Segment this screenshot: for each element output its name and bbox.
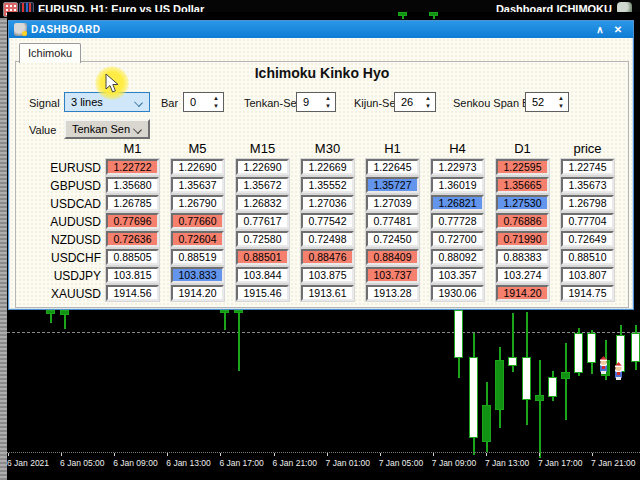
spin-down-icon[interactable]: ▼	[212, 102, 220, 110]
signal-cell: 0.76886	[496, 213, 549, 229]
santa-marker-icon	[613, 362, 624, 381]
signal-label: Signal	[29, 97, 60, 109]
signal-cell: 0.88519	[171, 249, 224, 265]
signal-cell: 0.72649	[561, 231, 614, 247]
signal-cell: 1.35727	[366, 177, 419, 193]
signal-cell: 103.737	[366, 267, 419, 283]
candle-body	[46, 310, 55, 314]
signal-cell: 0.77728	[431, 213, 484, 229]
signal-cell: 1.22645	[366, 159, 419, 175]
value-dropdown-value: Tenkan Sen	[72, 123, 130, 135]
signal-cell: 1.22722	[106, 159, 159, 175]
axis-tick	[327, 453, 328, 456]
signal-cell: 0.88383	[496, 249, 549, 265]
senkou-value: 52	[532, 96, 544, 108]
signal-cell: 103.357	[431, 267, 484, 283]
time-axis-label: 7 Jan 21:00	[591, 458, 635, 468]
spin-up-icon[interactable]: ▲	[557, 94, 565, 102]
signal-cell: 103.815	[106, 267, 159, 283]
time-axis-label: 7 Jan 17:00	[538, 458, 582, 468]
signal-cell: 0.88501	[236, 249, 289, 265]
time-axis-label: 6 Jan 05:00	[60, 458, 104, 468]
candle-body	[561, 372, 570, 379]
signal-cell: 1.27036	[301, 195, 354, 211]
symbol-label: XAUUSD	[39, 287, 101, 301]
symbol-label: AUDUSD	[39, 215, 101, 229]
signal-cell: 0.77617	[236, 213, 289, 229]
time-axis-label: 6 Jan 21:00	[273, 458, 317, 468]
signal-cell: 1915.46	[236, 285, 289, 301]
dashboard-window: DASHBOARD ∧ ✕ Ichimoku Ichimoku Kinko Hy…	[8, 20, 634, 310]
tab-ichimoku[interactable]: Ichimoku	[19, 43, 81, 63]
time-axis-label: 6 Jan 09:00	[113, 458, 157, 468]
symbol-label: USDCHF	[39, 251, 101, 265]
signal-cell: 0.71990	[496, 231, 549, 247]
signal-cell: 0.77542	[301, 213, 354, 229]
signal-cell: 103.833	[171, 267, 224, 283]
candle-body	[548, 377, 557, 397]
signal-cell: 1.22973	[431, 159, 484, 175]
candle-body	[469, 357, 478, 438]
candle-body	[508, 357, 517, 366]
candle-body	[631, 333, 640, 362]
signal-cell: 0.72604	[171, 231, 224, 247]
column-header: price	[561, 141, 614, 156]
signal-cell: 1.22745	[561, 159, 614, 175]
signal-cell: 0.77696	[106, 213, 159, 229]
tenkan-value: 9	[303, 96, 309, 108]
value-dropdown[interactable]: Tenkan Sen	[64, 119, 150, 139]
candle-body	[495, 360, 504, 410]
signal-cell: 1.26785	[106, 195, 159, 211]
signal-cell: 0.88505	[106, 249, 159, 265]
signal-cell: 0.77704	[561, 213, 614, 229]
collapse-button[interactable]: ∧	[593, 23, 607, 36]
spin-up-icon[interactable]: ▲	[212, 94, 220, 102]
bar-value: 0	[190, 96, 196, 108]
time-axis-label: 7 Jan 13:00	[485, 458, 529, 468]
signal-cell: 1.26832	[236, 195, 289, 211]
signal-cell: 1914.20	[171, 285, 224, 301]
signal-cell: 0.88476	[301, 249, 354, 265]
column-header: M15	[236, 141, 289, 156]
signal-cell: 1.27530	[496, 195, 549, 211]
symbol-label: USDJPY	[39, 269, 101, 283]
dashboard-titlebar[interactable]: DASHBOARD ∧ ✕	[9, 21, 633, 38]
signal-cell: 1.22595	[496, 159, 549, 175]
time-axis-label: 7 Jan 05:00	[379, 458, 423, 468]
candle-body	[220, 310, 229, 313]
spin-down-icon[interactable]: ▼	[424, 102, 432, 110]
candle-wick	[238, 310, 240, 371]
candle-body	[482, 405, 491, 442]
signal-cell: 1914.75	[561, 285, 614, 301]
santa-marker-icon	[598, 356, 609, 375]
axis-tick	[8, 453, 9, 456]
signal-cell: 0.77481	[366, 213, 419, 229]
candle-body	[522, 357, 531, 400]
spin-down-icon[interactable]: ▼	[324, 102, 332, 110]
senkou-label: Senkou Span B	[453, 97, 529, 109]
signal-cell: 1.35552	[301, 177, 354, 193]
candle-wick	[224, 310, 226, 330]
signal-cell: 1913.61	[301, 285, 354, 301]
senkou-stepper[interactable]: 52 ▲ ▼	[525, 92, 569, 112]
candle-body	[429, 12, 438, 16]
candle-wick	[539, 360, 541, 458]
tenkan-stepper[interactable]: 9 ▲ ▼	[296, 92, 336, 112]
candle-body	[234, 310, 243, 313]
column-header: H1	[366, 141, 419, 156]
time-axis-separator	[7, 452, 640, 453]
column-header: M5	[171, 141, 224, 156]
signal-cell: 1.35637	[171, 177, 224, 193]
spin-up-icon[interactable]: ▲	[424, 94, 432, 102]
symbol-label: USDCAD	[39, 197, 101, 211]
signal-cell: 0.77660	[171, 213, 224, 229]
price-level-line	[7, 332, 640, 333]
kijun-stepper[interactable]: 26 ▲ ▼	[394, 92, 436, 112]
spin-down-icon[interactable]: ▼	[557, 102, 565, 110]
bar-stepper[interactable]: 0 ▲ ▼	[183, 92, 224, 112]
close-button[interactable]: ✕	[611, 23, 625, 36]
signal-cell: 1.22690	[171, 159, 224, 175]
column-header: M30	[301, 141, 354, 156]
spin-up-icon[interactable]: ▲	[324, 94, 332, 102]
symbol-label: EURUSD	[39, 161, 101, 175]
